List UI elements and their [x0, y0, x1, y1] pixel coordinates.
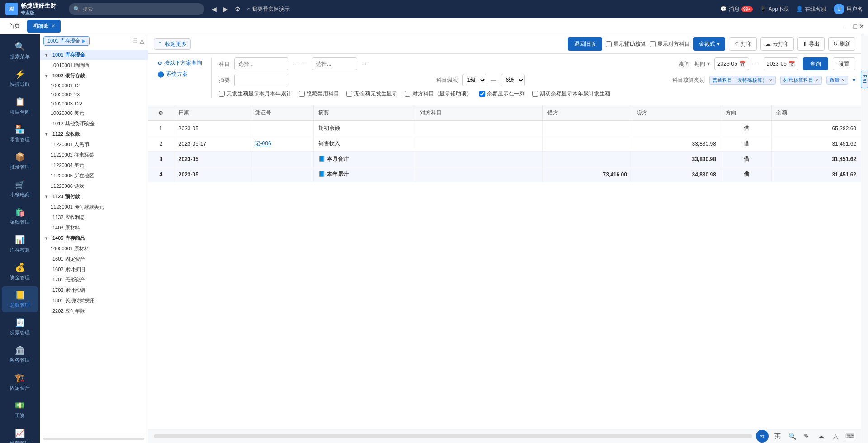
tree-item-1701[interactable]: 1701 无形资产: [40, 275, 148, 285]
message-button[interactable]: 💬 消息 99+: [720, 5, 753, 13]
tree-collapse-icon[interactable]: △: [140, 38, 144, 44]
sidebar-item-retail[interactable]: 🏪 零售管理: [2, 121, 38, 147]
tree-item-1123[interactable]: ▾ 1123 预付款: [40, 191, 148, 202]
query-button[interactable]: 查询: [803, 57, 828, 70]
subject-end-input[interactable]: [312, 57, 357, 70]
check-balance-single[interactable]: 余额显示在一列: [479, 90, 525, 98]
tree-item-1132[interactable]: 1132 应收利息: [40, 212, 148, 223]
user-profile[interactable]: U 用户名: [834, 4, 863, 14]
summary-input[interactable]: [234, 74, 288, 86]
sidebar-item-assets[interactable]: 🏗️ 固定资产: [2, 369, 38, 395]
col-settings-icon[interactable]: ⚙: [158, 110, 163, 116]
check-no-balance[interactable]: 无余额无发生显示: [346, 90, 397, 98]
account-selector[interactable]: 1001 库存现金 ▶: [43, 36, 90, 46]
global-search[interactable]: 🔍 搜索: [69, 3, 204, 15]
sidebar-item-inventory[interactable]: 📊 库存核算: [2, 231, 38, 257]
print-button[interactable]: 🖨 打印: [729, 37, 757, 51]
lang-switch[interactable]: 英: [772, 431, 783, 442]
level-start-select[interactable]: 1级2级3级: [462, 74, 486, 86]
sidebar-item-quicknav[interactable]: ⚡ 快捷导航: [2, 66, 38, 91]
tree-item-1012[interactable]: 1012 其他货币资金: [40, 119, 148, 129]
tree-item-10020006[interactable]: 10020006 美元: [40, 108, 148, 119]
keyboard-icon[interactable]: ⌨: [844, 431, 855, 442]
show-assist-checkbox[interactable]: [606, 41, 612, 47]
sidebar-item-project[interactable]: 📋 项目合同: [2, 93, 38, 119]
tab-close-icon[interactable]: ✕: [52, 24, 55, 29]
tree-item-1002[interactable]: ▾ 1002 银行存款: [40, 71, 148, 81]
upload-icon[interactable]: △: [830, 431, 841, 442]
back-icon[interactable]: ◀: [209, 4, 219, 14]
edit-icon[interactable]: ✎: [801, 431, 812, 442]
amount-type-button[interactable]: 金额式 ▾: [693, 37, 725, 51]
tree-list-icon[interactable]: ☰: [132, 38, 138, 44]
tree-item-1602[interactable]: 1602 累计折旧: [40, 264, 148, 275]
sidebar-item-search[interactable]: 🔍 搜索菜单: [2, 38, 38, 64]
tree-item-10020002[interactable]: 10020002 23: [40, 90, 148, 99]
sidebar-item-capital[interactable]: 💰 资金管理: [2, 259, 38, 285]
voucher-link[interactable]: 记-006: [255, 140, 271, 147]
tree-item-1122[interactable]: ▾ 1122 应收款: [40, 129, 148, 139]
check-no-amount-input[interactable]: [219, 91, 225, 97]
tab-ledger[interactable]: 明细账 ✕: [27, 20, 61, 33]
forward-icon[interactable]: ▶: [221, 4, 231, 14]
tree-item-11220002[interactable]: 11220002 往来标签: [40, 150, 148, 160]
sidebar-item-tax[interactable]: 🏛️ 税务管理: [2, 342, 38, 367]
horizontal-scrollbar[interactable]: [154, 434, 752, 438]
sidebar-item-ecommerce[interactable]: 🛒 小畅电商: [2, 176, 38, 202]
check-no-balance-input[interactable]: [346, 91, 352, 97]
sidebar-item-invoice[interactable]: 🧾 发票管理: [2, 314, 38, 340]
zoom-icon[interactable]: 🔍: [787, 431, 797, 442]
sidebar-item-salary[interactable]: 💵 工资: [2, 397, 38, 423]
tree-item-1001[interactable]: ▾ 1001 库存现金: [40, 50, 148, 60]
cloud-print-button[interactable]: ☁ 云打印: [760, 37, 794, 51]
tree-item-10010001[interactable]: 10010001 哟哟哟: [40, 60, 148, 71]
tag-quantity[interactable]: 数量 ✕: [826, 76, 848, 85]
col-settings[interactable]: ⚙: [148, 105, 174, 121]
tree-item-1405[interactable]: ▾ 1405 库存商品: [40, 233, 148, 243]
show-assist-check[interactable]: 显示辅助核算: [606, 40, 646, 48]
app-download-button[interactable]: 📱 App下载: [760, 5, 789, 13]
tree-item-11220004[interactable]: 11220004 美元: [40, 160, 148, 171]
window-maximize-icon[interactable]: □: [854, 23, 857, 30]
tree-item-1601[interactable]: 1601 固定资产: [40, 254, 148, 264]
period-start-field[interactable]: 2023-05 📅: [714, 57, 749, 70]
tag-forex-subject[interactable]: 外币核算科目 ✕: [780, 76, 822, 85]
account-scrollbar[interactable]: [43, 438, 144, 440]
settings-nav-icon[interactable]: ⚙: [232, 4, 242, 14]
expand-more-button[interactable]: ⌃ 收起更多: [154, 38, 191, 50]
collapse-right-button[interactable]: Eat: [861, 71, 868, 88]
return-old-button[interactable]: 退回旧版: [568, 37, 602, 51]
refresh-button[interactable]: ↻ 刷新: [828, 37, 855, 51]
sidebar-item-ledger[interactable]: 📒 总账管理: [2, 286, 38, 312]
check-hide-disabled-input[interactable]: [299, 91, 305, 97]
tag-normal-subject[interactable]: 普通科目（无特殊核算） ✕: [709, 76, 776, 85]
sidebar-item-operation[interactable]: 📈 经营管理: [2, 424, 38, 443]
tree-item-1702[interactable]: 1702 累计摊销: [40, 285, 148, 295]
check-opposite-input[interactable]: [405, 91, 410, 97]
tree-item-10020003[interactable]: 10020003 122: [40, 99, 148, 108]
tree-item-11230001[interactable]: 11230001 预付款款美元: [40, 202, 148, 212]
online-service-button[interactable]: 👤 在线客服: [796, 5, 826, 13]
more-options[interactable]: ▾: [853, 77, 855, 83]
system-scheme-button[interactable]: 🔵 系统方案: [154, 69, 206, 80]
subject-input[interactable]: [234, 57, 288, 70]
sidebar-item-purchase[interactable]: 🛍️ 采购管理: [2, 204, 38, 229]
check-opening-balance[interactable]: 期初余额显示本年累计发生额: [532, 90, 610, 98]
tree-item-11220001[interactable]: 11220001 人民币: [40, 139, 148, 150]
check-balance-single-input[interactable]: [479, 91, 485, 97]
settings-button[interactable]: 设置: [833, 57, 855, 70]
floating-action-button[interactable]: 云: [756, 430, 769, 443]
period-end-field[interactable]: 2023-05 📅: [764, 57, 798, 70]
tree-item-1801[interactable]: 1801 长期待摊费用: [40, 295, 148, 306]
export-button[interactable]: ⬆ 导出: [797, 37, 825, 51]
tree-item-10020001[interactable]: 10020001 12: [40, 81, 148, 90]
level-end-select[interactable]: 6级5级4级: [501, 74, 525, 86]
tree-item-1403[interactable]: 1403 原材料: [40, 223, 148, 233]
check-opposite[interactable]: 对方科目（显示辅助项）: [405, 90, 472, 98]
check-hide-disabled[interactable]: 隐藏禁用科目: [299, 90, 339, 98]
sidebar-item-wholesale[interactable]: 📦 批发管理: [2, 148, 38, 174]
tree-item-11220005[interactable]: 11220005 所在地区: [40, 171, 148, 181]
cloud-icon[interactable]: ☁: [816, 431, 826, 442]
window-close-icon[interactable]: ✕: [859, 23, 864, 30]
check-opening-balance-input[interactable]: [532, 91, 538, 97]
